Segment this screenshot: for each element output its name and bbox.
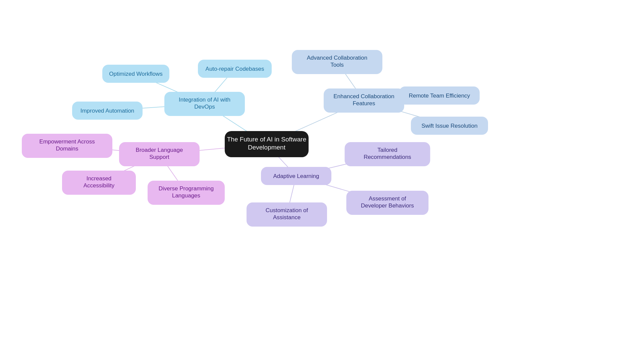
mind-map-canvas: The Future of AI in SoftwareDevelopmentI… (0, 0, 644, 363)
svg-text:Optimized Workflows: Optimized Workflows (109, 71, 162, 77)
svg-text:DevOps: DevOps (194, 104, 215, 110)
svg-text:Accessibility: Accessibility (84, 182, 115, 189)
svg-text:Increased: Increased (87, 175, 112, 182)
svg-text:Tools: Tools (330, 62, 344, 68)
svg-text:Auto-repair Codebases: Auto-repair Codebases (206, 66, 264, 72)
svg-text:Advanced Collaboration: Advanced Collaboration (307, 55, 368, 61)
svg-text:Developer Behaviors: Developer Behaviors (361, 202, 414, 209)
svg-text:Enhanced Collaboration: Enhanced Collaboration (333, 93, 394, 100)
svg-text:Improved Automation: Improved Automation (80, 108, 135, 114)
svg-text:Empowerment Across: Empowerment Across (39, 138, 95, 145)
svg-text:Features: Features (353, 100, 375, 107)
svg-text:Languages: Languages (172, 192, 200, 199)
svg-text:Recommendations: Recommendations (364, 154, 411, 160)
svg-text:Customization of: Customization of (266, 207, 308, 214)
svg-text:Assistance: Assistance (273, 214, 301, 221)
svg-text:Assessment of: Assessment of (369, 195, 406, 202)
svg-text:Diverse Programming: Diverse Programming (159, 185, 214, 192)
svg-text:Tailored: Tailored (377, 147, 397, 153)
svg-text:Broader Language: Broader Language (136, 147, 183, 153)
svg-text:Remote Team Efficiency: Remote Team Efficiency (409, 93, 470, 99)
svg-text:The Future of AI in Software: The Future of AI in Software (227, 136, 307, 143)
svg-text:Swift Issue Resolution: Swift Issue Resolution (421, 123, 477, 129)
svg-text:Adaptive Learning: Adaptive Learning (273, 173, 319, 179)
svg-text:Development: Development (248, 144, 286, 151)
svg-text:Domains: Domains (56, 145, 78, 152)
svg-text:Support: Support (149, 154, 169, 160)
svg-text:Integration of AI with: Integration of AI with (179, 97, 230, 103)
